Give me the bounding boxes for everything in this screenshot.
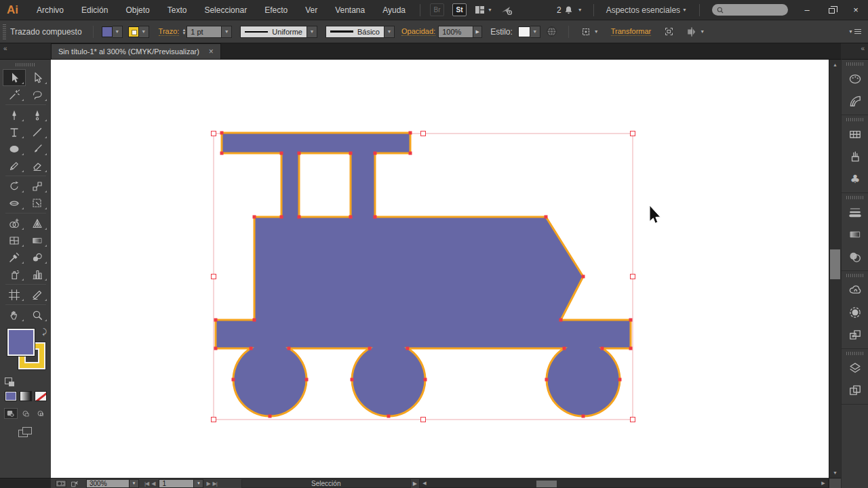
close-tab-icon[interactable]: × bbox=[209, 47, 214, 56]
anchor-point[interactable] bbox=[220, 152, 224, 155]
opacity-slider-button[interactable]: ▶ bbox=[473, 26, 482, 38]
anchor-point[interactable] bbox=[559, 319, 563, 322]
rotate-tool[interactable] bbox=[3, 178, 26, 195]
brushes-panel-button[interactable] bbox=[842, 145, 868, 167]
mesh-tool[interactable] bbox=[3, 232, 26, 249]
symbol-sprayer-tool[interactable] bbox=[3, 266, 26, 283]
horizontal-scrollbar[interactable]: ◀ ▶ bbox=[419, 479, 829, 488]
anchor-point[interactable] bbox=[545, 216, 548, 219]
restore-button[interactable] bbox=[819, 0, 844, 20]
scroll-right-button[interactable]: ▶ bbox=[818, 481, 828, 486]
artboard-canvas[interactable] bbox=[51, 60, 829, 478]
toolbar-collapse-button[interactable]: « bbox=[0, 43, 51, 60]
menu-item-ver[interactable]: Ver bbox=[296, 5, 326, 15]
color-mode-button[interactable] bbox=[5, 391, 17, 401]
anchor-point[interactable] bbox=[349, 152, 353, 155]
first-artboard-button[interactable]: |◀ bbox=[144, 481, 149, 487]
paintbrush-tool[interactable] bbox=[26, 140, 49, 157]
draw-behind-button[interactable] bbox=[19, 408, 33, 419]
transparency-panel-button[interactable] bbox=[842, 245, 868, 268]
scroll-down-button[interactable]: ▼ bbox=[829, 468, 841, 478]
menu-item-edicion[interactable]: Edición bbox=[73, 5, 117, 15]
type-tool[interactable] bbox=[3, 123, 26, 140]
ellipse-tool[interactable] bbox=[3, 140, 26, 157]
hand-tool[interactable] bbox=[3, 306, 26, 323]
anchor-point[interactable] bbox=[406, 347, 410, 350]
fill-color-proxy[interactable] bbox=[7, 329, 35, 356]
menu-item-texto[interactable]: Texto bbox=[159, 5, 196, 15]
panel-group-grip[interactable] bbox=[846, 118, 864, 121]
menu-item-objeto[interactable]: Objeto bbox=[117, 5, 158, 15]
panel-group-grip[interactable] bbox=[846, 274, 864, 277]
anchor-point[interactable] bbox=[368, 347, 372, 350]
scroll-up-button[interactable]: ▲ bbox=[829, 60, 841, 70]
fill-dropdown-button[interactable]: ▼ bbox=[113, 26, 123, 38]
symbols-panel-button[interactable]: ♣ bbox=[842, 167, 868, 190]
screen-mode-button[interactable] bbox=[18, 427, 33, 439]
panel-group-grip[interactable] bbox=[846, 196, 864, 199]
opacity-label[interactable]: Opacidad: bbox=[401, 27, 435, 36]
anchor-point[interactable] bbox=[582, 275, 585, 279]
last-artboard-button[interactable]: ▶| bbox=[213, 481, 217, 487]
anchor-point[interactable] bbox=[220, 131, 224, 135]
stroke-panel-button[interactable] bbox=[842, 201, 868, 223]
bounding-box-handle[interactable] bbox=[631, 418, 635, 422]
swap-fill-stroke-icon[interactable]: ⤸ bbox=[42, 327, 47, 336]
scale-tool[interactable] bbox=[26, 178, 49, 195]
menu-item-efecto[interactable]: Efecto bbox=[256, 5, 296, 15]
anchor-point[interactable] bbox=[409, 152, 412, 155]
bridge-button[interactable]: Br bbox=[430, 3, 444, 16]
workspace-switcher[interactable]: Aspectos esenciales ▼ bbox=[599, 5, 694, 15]
graphic-style-dropdown[interactable]: ▼ bbox=[530, 26, 540, 38]
eraser-tool[interactable] bbox=[26, 157, 49, 174]
gradient-tool[interactable] bbox=[26, 232, 49, 249]
width-tool[interactable] bbox=[3, 195, 26, 211]
tools-panel-grip[interactable] bbox=[16, 63, 36, 66]
notifications-button[interactable]: 2 ▼ bbox=[551, 5, 588, 16]
links-panel-button[interactable] bbox=[842, 323, 868, 346]
layers-panel-button[interactable] bbox=[842, 357, 868, 379]
selection-tool[interactable] bbox=[3, 69, 26, 86]
anchor-point[interactable] bbox=[280, 152, 283, 155]
anchor-point[interactable] bbox=[269, 415, 272, 418]
pencil-tool[interactable] bbox=[3, 157, 26, 174]
close-button[interactable]: × bbox=[844, 0, 868, 20]
stroke-swatch[interactable] bbox=[128, 26, 139, 37]
bounding-box-handle[interactable] bbox=[631, 131, 635, 136]
export-button[interactable] bbox=[71, 480, 80, 487]
anchor-point[interactable] bbox=[629, 319, 633, 322]
lasso-tool[interactable] bbox=[26, 86, 49, 103]
document-setup-icon[interactable] bbox=[546, 26, 557, 37]
panel-group-grip[interactable] bbox=[846, 62, 864, 66]
train-compound-path[interactable] bbox=[216, 133, 631, 416]
anchor-point[interactable] bbox=[253, 216, 256, 219]
scroll-left-button[interactable]: ◀ bbox=[420, 481, 429, 486]
shape-builder-tool[interactable] bbox=[3, 215, 26, 232]
anchor-point[interactable] bbox=[629, 347, 633, 350]
bounding-box-handle[interactable] bbox=[212, 131, 216, 136]
previous-artboard-button[interactable]: ◀ bbox=[151, 481, 155, 487]
bounding-box-handle[interactable] bbox=[631, 274, 635, 279]
direct-selection-tool[interactable] bbox=[26, 69, 49, 86]
fill-swatch[interactable] bbox=[102, 26, 113, 37]
zoom-level-dropdown[interactable]: ▼ bbox=[130, 479, 139, 488]
search-input[interactable] bbox=[724, 5, 778, 15]
share-screen-icon[interactable] bbox=[496, 5, 517, 16]
draw-normal-button[interactable] bbox=[4, 408, 18, 419]
width-profile-combo[interactable]: Uniforme bbox=[240, 26, 307, 38]
zoom-tool[interactable] bbox=[26, 306, 49, 323]
anchor-point[interactable] bbox=[253, 319, 256, 322]
column-graph-tool[interactable] bbox=[26, 266, 49, 283]
anchor-point[interactable] bbox=[374, 216, 377, 219]
anchor-point[interactable] bbox=[280, 216, 283, 219]
anchor-point[interactable] bbox=[250, 347, 253, 350]
anchor-point[interactable] bbox=[298, 152, 301, 155]
bounding-box-handle[interactable] bbox=[212, 418, 216, 422]
gradient-panel-button[interactable] bbox=[842, 223, 868, 245]
anchor-point[interactable] bbox=[288, 347, 291, 350]
color-guide-panel-button[interactable] bbox=[842, 89, 868, 112]
magic-wand-tool[interactable] bbox=[3, 86, 26, 103]
align-options-button[interactable]: ▼ bbox=[686, 26, 705, 37]
menu-item-seleccionar[interactable]: Seleccionar bbox=[195, 5, 256, 15]
anchor-point[interactable] bbox=[214, 319, 218, 322]
